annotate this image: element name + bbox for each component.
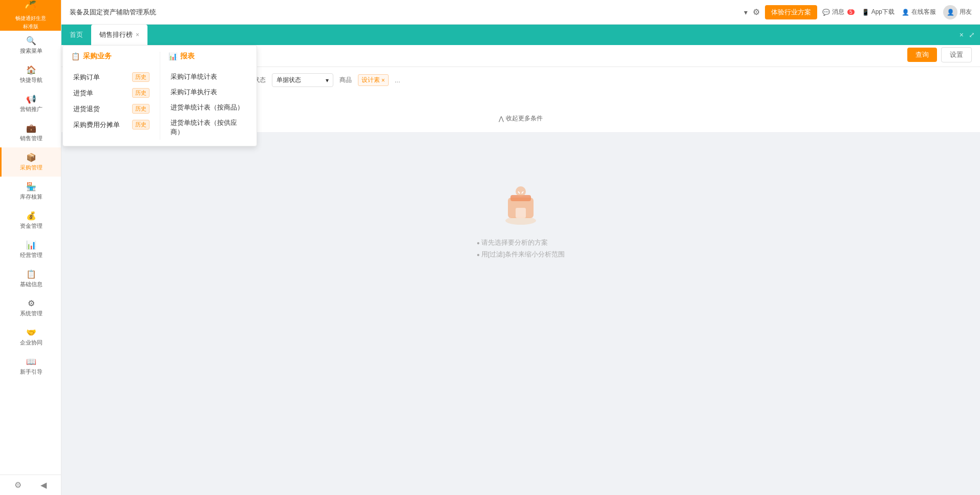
nav-label-6: 资金管理 [20,222,42,230]
sidebar-item-0[interactable]: 🔍 搜索菜单 [0,31,61,60]
goods-more-icon[interactable]: ... [395,76,400,84]
report-item-2[interactable]: 进货单统计表（按商品） [168,100,249,115]
sidebar-item-5[interactable]: 🏪 库存核算 [0,177,61,206]
collapse-btn[interactable]: ⋀ 收起更多条件 [499,111,543,126]
app-download-btn[interactable]: 📱 App下载 [862,8,894,16]
logo-text: 畅捷通好生意 [15,15,46,22]
trial-btn[interactable]: 体验行业方案 [765,5,817,19]
empty-state: 请先选择要分析的方案 用[过滤]条件来缩小分析范围 [61,136,980,302]
nav-label-1: 快捷导航 [20,76,42,84]
nav-icon-9: ⚙ [28,298,35,308]
business-section-label: 采购业务 [83,52,112,61]
nav-icon-5: 🏪 [26,182,36,191]
nav-label-3: 销售管理 [20,135,42,142]
sidebar-item-1[interactable]: 🏠 快捷导航 [0,60,61,89]
nav-icon-7: 📊 [26,240,36,250]
procurement-item-label-3: 采购费用分摊单 [73,120,120,130]
logo-icon: 🍊 [24,1,37,14]
sidebar-item-11[interactable]: 📖 新手引导 [0,352,61,381]
nav-icon-3: 💼 [26,123,36,133]
nav-icon-10: 🤝 [26,328,36,337]
topbar-dropdown-icon[interactable]: ▾ [744,8,748,16]
dropdown-section-report-title: 📊 报表 [168,52,249,64]
dropdown-section-business: 📋 采购业务 采购订单 历史进货单 历史进货退货 历史采购费用分摊单 历史 [63,52,160,140]
procurement-item-0[interactable]: 采购订单 历史 [71,69,152,85]
goods-label: 商品 [339,76,352,84]
tab-close-icon[interactable]: × [136,31,139,38]
procurement-item-label-2: 进货退货 [73,104,100,114]
tab-home-label: 首页 [70,30,83,39]
online-service-label: 在线客服 [911,8,936,16]
service-icon: 👤 [902,9,909,16]
goods-tag-label: 设计素 [361,76,380,84]
nav-label-10: 企业协同 [20,339,42,347]
tab-sales-rank[interactable]: 销售排行榜 × [91,25,147,45]
message-label: 消息 [832,8,844,16]
nav-icon-2: 📢 [26,94,36,104]
user-label: 用友 [960,8,972,16]
sidebar-item-10[interactable]: 🤝 企业协同 [0,322,61,352]
nav-label-2: 营销推广 [20,105,42,113]
query-btn[interactable]: 查询 [907,48,937,62]
collapse-label: 收起更多条件 [506,114,543,123]
sidebar-item-4[interactable]: 📦 采购管理 [0,147,61,177]
dropdown-section-business-title: 📋 采购业务 [71,52,152,64]
report-section-icon: 📊 [168,52,177,60]
tab-home[interactable]: 首页 [61,25,91,45]
report-item-0[interactable]: 采购订单统计表 [168,69,249,84]
report-item-label-1: 采购订单执行表 [171,88,217,97]
user-btn[interactable]: 👤 用友 [943,5,972,19]
nav-label-8: 基础信息 [20,281,42,288]
goods-tag: 设计素 × [358,74,389,86]
message-icon: 💬 [822,9,830,16]
status-value: 单据状态 [276,76,301,84]
sidebar-item-6[interactable]: 💰 资金管理 [0,206,61,235]
sidebar: 🍊 畅捷通好生意 标准版 🔍 搜索菜单🏠 快捷导航📢 营销推广💼 销售管理📦 采… [0,0,61,495]
nav-icon-1: 🏠 [26,65,36,75]
nav-icon-0: 🔍 [26,36,36,46]
nav-label-4: 采购管理 [20,164,42,171]
sidebar-item-2[interactable]: 📢 营销推广 [0,89,61,118]
topbar-settings-icon[interactable]: ⚙ [753,7,760,17]
tab-window-max-icon[interactable]: ⤢ [969,31,975,39]
tab-sales-rank-label: 销售排行榜 [99,30,133,39]
procurement-item-label-0: 采购订单 [73,73,100,82]
status-select[interactable]: 单据状态 ▾ [272,73,333,87]
procurement-item-1[interactable]: 进货单 历史 [71,85,152,101]
phone-icon: 📱 [862,9,869,16]
sidebar-item-9[interactable]: ⚙ 系统管理 [0,293,61,322]
settings-btn[interactable]: 设置 [941,47,972,62]
report-item-label-3: 进货单统计表（按供应商） [171,118,247,137]
sidebar-collapse-icon[interactable]: ◀ [40,480,47,490]
sidebar-footer: ⚙ ◀ [0,475,61,495]
status-dropdown-icon: ▾ [326,77,329,84]
business-section-icon: 📋 [71,52,80,60]
goods-tag-close-icon[interactable]: × [381,77,385,84]
avatar: 👤 [943,5,957,19]
history-badge-0: 历史 [132,72,150,82]
procurement-item-2[interactable]: 进货退货 历史 [71,101,152,117]
svg-rect-6 [516,208,526,218]
sidebar-item-3[interactable]: 💼 销售管理 [0,118,61,147]
tabbar: 首页 销售排行榜 × × ⤢ [61,25,980,45]
logo-badge: 标准版 [23,23,38,30]
sidebar-item-7[interactable]: 📊 经营管理 [0,235,61,264]
online-service-btn[interactable]: 👤 在线客服 [902,8,936,16]
sidebar-item-8[interactable]: 📋 基础信息 [0,264,61,293]
report-item-1[interactable]: 采购订单执行表 [168,84,249,100]
nav-label-7: 经营管理 [20,251,42,259]
history-badge-1: 历史 [132,88,150,98]
procurement-item-3[interactable]: 采购费用分摊单 历史 [71,117,152,133]
empty-illustration [495,177,546,228]
nav-icon-8: 📋 [26,269,36,279]
report-item-label-2: 进货单统计表（按商品） [171,103,244,112]
nav-label-9: 系统管理 [20,310,42,317]
empty-tip-2: 用[过滤]条件来缩小分析范围 [477,248,565,260]
nav-icon-11: 📖 [26,357,36,367]
message-btn[interactable]: 💬 消息 5 [822,8,855,16]
tab-window-close-icon[interactable]: × [960,31,964,39]
report-item-3[interactable]: 进货单统计表（按供应商） [168,115,249,140]
app-download-label: App下载 [871,8,894,16]
report-section-label: 报表 [180,52,195,61]
sidebar-settings-icon[interactable]: ⚙ [14,480,22,490]
